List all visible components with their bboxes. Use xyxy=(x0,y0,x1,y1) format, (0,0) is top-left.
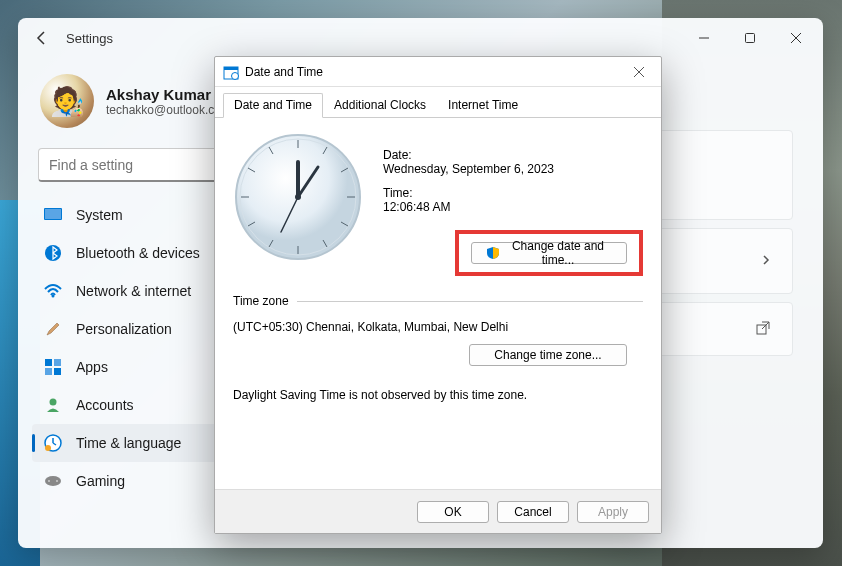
svg-point-12 xyxy=(50,399,57,406)
datetime-info: Date: Wednesday, September 6, 2023 Time:… xyxy=(383,132,643,276)
chevron-right-icon xyxy=(760,253,772,269)
date-label: Date: xyxy=(383,148,643,162)
dialog-close-button[interactable] xyxy=(623,60,655,84)
svg-rect-20 xyxy=(224,67,238,70)
nav-label: Network & internet xyxy=(76,283,191,299)
tz-heading: Time zone xyxy=(233,294,289,308)
tab-internet-time[interactable]: Internet Time xyxy=(437,93,529,118)
timezone-value: (UTC+05:30) Chennai, Kolkata, Mumbai, Ne… xyxy=(233,320,643,334)
minimize-button[interactable] xyxy=(681,18,727,58)
avatar: 🧑‍🎨 xyxy=(40,74,94,128)
time-value: 12:06:48 AM xyxy=(383,200,643,214)
svg-point-21 xyxy=(232,72,239,79)
dialog-titlebar: Date and Time xyxy=(215,57,661,87)
svg-rect-9 xyxy=(54,359,61,366)
back-button[interactable] xyxy=(22,18,62,58)
tab-strip: Date and Time Additional Clocks Internet… xyxy=(215,87,661,118)
nav-label: Bluetooth & devices xyxy=(76,245,200,261)
analog-clock xyxy=(233,132,363,262)
change-date-time-button[interactable]: Change date and time... xyxy=(471,242,627,264)
nav-label: Accounts xyxy=(76,397,134,413)
dialog-icon xyxy=(223,64,239,80)
tab-additional-clocks[interactable]: Additional Clocks xyxy=(323,93,437,118)
date-value: Wednesday, September 6, 2023 xyxy=(383,162,643,176)
window-controls xyxy=(681,18,819,58)
divider xyxy=(297,301,643,302)
nav-label: System xyxy=(76,207,123,223)
nav-label: Personalization xyxy=(76,321,172,337)
datetime-row: Date: Wednesday, September 6, 2023 Time:… xyxy=(233,132,643,276)
svg-rect-8 xyxy=(45,359,52,366)
dialog-footer: OK Cancel Apply xyxy=(215,489,661,533)
svg-point-16 xyxy=(48,480,50,482)
bluetooth-icon xyxy=(44,244,62,262)
cancel-button[interactable]: Cancel xyxy=(497,501,569,523)
svg-point-14 xyxy=(45,445,51,451)
apply-button[interactable]: Apply xyxy=(577,501,649,523)
dst-text: Daylight Saving Time is not observed by … xyxy=(233,388,643,402)
profile-name: Akshay Kumar xyxy=(106,86,231,103)
tab-date-and-time[interactable]: Date and Time xyxy=(223,93,323,118)
gaming-icon xyxy=(44,472,62,490)
nav-label: Gaming xyxy=(76,473,125,489)
time-label: Time: xyxy=(383,186,643,200)
dialog-title: Date and Time xyxy=(245,65,623,79)
dialog-body: Date: Wednesday, September 6, 2023 Time:… xyxy=(215,118,661,498)
svg-rect-1 xyxy=(746,34,755,43)
highlight-annotation: Change date and time... xyxy=(455,230,643,276)
close-button[interactable] xyxy=(773,18,819,58)
brush-icon xyxy=(44,320,62,338)
change-timezone-button[interactable]: Change time zone... xyxy=(469,344,626,366)
svg-point-39 xyxy=(295,194,301,200)
svg-point-7 xyxy=(52,295,55,298)
button-label: Change time zone... xyxy=(494,348,601,362)
svg-point-17 xyxy=(56,480,58,482)
shield-icon xyxy=(486,246,500,260)
timezone-section: Time zone (UTC+05:30) Chennai, Kolkata, … xyxy=(233,294,643,402)
svg-rect-11 xyxy=(54,368,61,375)
account-icon xyxy=(44,396,62,414)
titlebar: Settings xyxy=(18,18,823,58)
svg-rect-5 xyxy=(45,209,61,219)
wifi-icon xyxy=(44,282,62,300)
nav-label: Time & language xyxy=(76,435,181,451)
window-title: Settings xyxy=(62,31,681,46)
profile-email: techakko@outlook.com xyxy=(106,103,231,117)
nav-label: Apps xyxy=(76,359,108,375)
svg-point-15 xyxy=(45,476,61,486)
date-time-dialog: Date and Time Date and Time Additional C… xyxy=(214,56,662,534)
ok-button[interactable]: OK xyxy=(417,501,489,523)
apps-icon xyxy=(44,358,62,376)
button-label: Change date and time... xyxy=(504,239,612,267)
maximize-button[interactable] xyxy=(727,18,773,58)
external-link-icon xyxy=(756,321,772,337)
section-title: Time zone xyxy=(233,294,643,308)
clock-icon xyxy=(44,434,62,452)
svg-rect-10 xyxy=(45,368,52,375)
system-icon xyxy=(44,206,62,224)
